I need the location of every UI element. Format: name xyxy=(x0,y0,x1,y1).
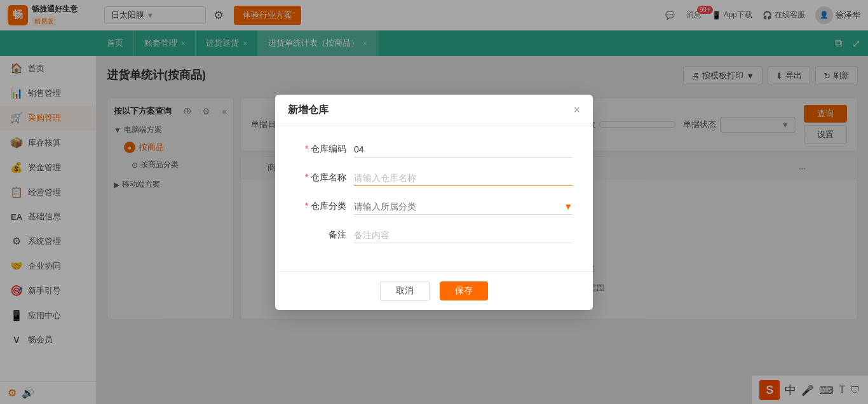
modal-close-button[interactable]: × xyxy=(573,104,580,116)
form-row-code: * 仓库编码 xyxy=(295,142,573,158)
modal-body: * 仓库编码 * 仓库名称 * 仓库分类 xyxy=(275,126,593,271)
remark-label: 备注 xyxy=(295,229,346,241)
required-star-name: * xyxy=(305,172,308,182)
cancel-button[interactable]: 取消 xyxy=(380,281,430,301)
category-select[interactable]: ▼ xyxy=(354,199,573,215)
form-row-name: * 仓库名称 xyxy=(295,170,573,186)
code-label: * 仓库编码 xyxy=(295,144,346,155)
modal-footer: 取消 保存 xyxy=(275,271,593,310)
category-input[interactable] xyxy=(354,199,564,214)
save-button[interactable]: 保存 xyxy=(440,281,488,300)
category-dropdown-arrow: ▼ xyxy=(564,201,573,212)
required-star-code: * xyxy=(305,144,308,154)
modal-title: 新增仓库 xyxy=(288,104,329,117)
code-input[interactable] xyxy=(354,142,573,158)
required-star-category: * xyxy=(305,201,308,211)
modal-overlay: 新增仓库 × * 仓库编码 * 仓库名称 xyxy=(0,0,868,404)
name-label: * 仓库名称 xyxy=(295,172,346,184)
form-row-remark: 备注 xyxy=(295,227,573,243)
name-input[interactable] xyxy=(354,170,573,186)
remark-input[interactable] xyxy=(354,227,573,243)
modal-header: 新增仓库 × xyxy=(275,95,593,126)
form-row-category: * 仓库分类 ▼ xyxy=(295,199,573,215)
add-warehouse-modal: 新增仓库 × * 仓库编码 * 仓库名称 xyxy=(275,95,593,310)
category-label: * 仓库分类 xyxy=(295,201,346,212)
